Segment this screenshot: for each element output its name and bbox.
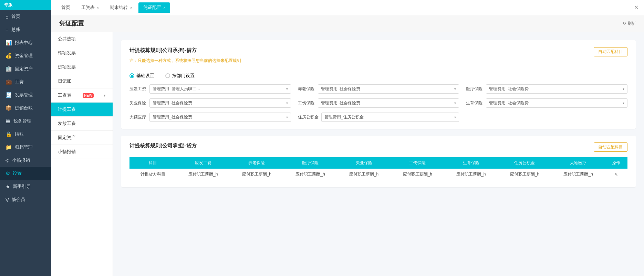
close-main-button[interactable]: ✕ [634,4,638,11]
xiaochang-icon: © [6,158,9,163]
credit-section: 计提核算规则(公司承担)-贷方 自动匹配科目 科目 应发工资 养老保险 医疗保险… [121,136,636,187]
tab-voucher-config-close[interactable]: × [163,6,165,10]
cell-pension: 应付职工薪酬_h [230,169,284,180]
debit-form-grid: 应发工资 管理费用_管理人员职工薪酬 ▾ 养老保险 管理费用_社会保险费 ▾ [129,84,627,122]
cell-action[interactable]: ✎ [605,169,627,180]
credit-section-header: 计提核算规则(公司承担)-贷方 自动匹配科目 [129,142,627,153]
dropdown-arrow-pension: ▾ [454,87,456,91]
tab-period-close-close[interactable]: × [130,6,132,10]
cell-unemployment: 应付职工薪酬_h [337,169,391,180]
close-acc-icon: 🔒 [6,131,12,137]
cell-medical: 应付职工薪酬_h [283,169,337,180]
chevron-down-icon: ▾ [104,93,106,98]
col-salary: 应发工资 [176,157,230,169]
sidebar-item-funds[interactable]: 💰 资金管理 [0,49,51,62]
sidebar-item-guide[interactable]: ★ 新手引导 [0,180,51,193]
form-select-housing-fund-value: 管理费用_住房公积金 [324,114,364,120]
sidebar-item-xiaochang[interactable]: © 小畅报销 [0,154,51,167]
form-select-medical-value: 管理费用_社会保险费 [489,86,529,92]
sidebar-item-ledger[interactable]: ≡ 总账 [0,23,51,36]
settings-icon: ⚙ [6,170,10,177]
refresh-button[interactable]: ↻ 刷新 [623,21,636,26]
left-nav-sales-invoice-label: 销项发票 [58,50,76,56]
form-select-unemployment[interactable]: 管理费用_社会保险费 ▾ [149,98,291,108]
tab-period-close[interactable]: 期末结转 × [105,2,137,13]
sidebar-item-label: 资金管理 [15,53,33,59]
cell-subject: 计提贷方科目 [129,169,176,180]
sidebar-item-reports[interactable]: 📊 报表中心 [0,36,51,49]
sidebar-item-home[interactable]: ⌂ 首页 [0,10,51,23]
credit-table: 科目 应发工资 养老保险 医疗保险 失业保险 工伤保险 生育保险 住房公积金 大… [129,157,627,180]
form-row-salary: 应发工资 管理费用_管理人员职工薪酬 ▾ [129,84,291,94]
new-badge: NEW [83,93,93,98]
sidebar-item-archive[interactable]: 📁 归档管理 [0,141,51,154]
tab-payroll[interactable]: 工资表 × [76,2,104,13]
tab-period-close-label: 期末结转 [110,4,128,11]
cell-work-injury: 应付职工薪酬_h [391,169,444,180]
form-select-pension[interactable]: 管理费用_社会保险费 ▾ [318,84,459,94]
dropdown-arrow-housing-fund: ▾ [454,115,456,119]
tab-voucher-config[interactable]: 凭证配置 × [138,2,170,13]
left-nav-purchase-invoice[interactable]: 进项发票 [51,60,113,74]
radio-dept[interactable]: 按部门设置 [165,73,195,79]
form-row-maternity: 生育保险 管理费用_社会保险费 ▾ [466,98,627,108]
cell-housing-fund: 应付职工薪酬_h [498,169,552,180]
tab-payroll-close[interactable]: × [97,6,99,10]
debit-section: 计提核算规则(公司承担)-借方 注：只能选择一种方式，系统将按照您当前的选择来配… [121,40,636,129]
left-nav-pay-salary-label: 发放工资 [58,120,76,127]
left-nav-expense-report[interactable]: 小畅报销 [51,145,113,159]
left-nav-sales-invoice[interactable]: 销项发票 [51,46,113,60]
left-nav-payroll-table[interactable]: 工资表 NEW ▾ [51,88,113,103]
dropdown-arrow-work-injury: ▾ [454,101,456,105]
radio-basic[interactable]: 基础设置 [129,73,154,79]
form-label-pension: 养老保险 [298,86,315,92]
form-row-housing-fund: 住房公积金 管理费用_住房公积金 ▾ [298,113,459,122]
debit-section-header: 计提核算规则(公司承担)-借方 注：只能选择一种方式，系统将按照您当前的选择来配… [129,47,627,68]
form-select-work-injury[interactable]: 管理费用_社会保险费 ▾ [318,98,459,108]
sidebar-item-member[interactable]: V 畅会员 [0,193,51,206]
form-select-major-medical[interactable]: 管理费用_社会保险费 ▾ [149,113,291,122]
credit-auto-match-button[interactable]: 自动匹配科目 [594,142,627,152]
sidebar-item-label: 小畅报销 [12,157,30,163]
edit-icon[interactable]: ✎ [614,172,618,177]
sidebar-item-label: 结账 [15,131,24,137]
sidebar-item-settings[interactable]: ⚙ 设置 [0,167,51,180]
col-unemployment: 失业保险 [337,157,391,169]
form-row-work-injury: 工伤保险 管理费用_社会保险费 ▾ [298,98,459,108]
sidebar-item-invoice[interactable]: 🧾 发票管理 [0,88,51,102]
form-select-maternity[interactable]: 管理费用_社会保险费 ▾ [486,98,627,108]
form-row-major-medical: 大额医疗 管理费用_社会保险费 ▾ [129,113,291,122]
left-nav-journal[interactable]: 日记账 [51,74,113,88]
cell-major-medical: 应付职工薪酬_h [551,169,605,180]
form-select-medical[interactable]: 管理费用_社会保险费 ▾ [486,84,627,94]
left-nav-purchase-invoice-label: 进项发票 [58,64,76,70]
form-label-unemployment: 失业保险 [129,100,147,106]
left-nav-public[interactable]: 公共选项 [51,32,113,46]
sidebar-item-salary[interactable]: 💼 工资 [0,75,51,88]
sidebar-item-assets[interactable]: 🏢 固定资产 [0,62,51,75]
col-pension: 养老保险 [230,157,284,169]
col-work-injury: 工伤保险 [391,157,444,169]
col-major-medical: 大额医疗 [551,157,605,169]
debit-section-titles: 计提核算规则(公司承担)-借方 注：只能选择一种方式，系统将按照您当前的选择来配… [129,47,241,68]
archive-icon: 📁 [6,144,12,150]
form-label-medical: 医疗保险 [466,86,483,92]
form-select-salary[interactable]: 管理费用_管理人员职工薪酬 ▾ [149,84,291,94]
cell-maternity: 应付职工薪酬_h [444,169,498,180]
invoice-icon: 🧾 [6,92,12,98]
sidebar-item-close[interactable]: 🔒 结账 [0,128,51,141]
form-select-housing-fund[interactable]: 管理费用_住房公积金 ▾ [321,113,459,122]
tab-home[interactable]: 首页 [56,2,75,13]
debit-radio-group: 基础设置 按部门设置 [129,73,627,79]
main-content: 计提核算规则(公司承担)-借方 注：只能选择一种方式，系统将按照您当前的选择来配… [113,32,644,276]
sidebar-item-tax[interactable]: 🏛 税务管理 [0,115,51,128]
left-nav-calc-salary[interactable]: 计提工资 [51,103,113,117]
sidebar-item-stock[interactable]: 📦 进销台账 [0,102,51,115]
member-icon: V [6,197,9,203]
left-nav-fixed-assets[interactable]: 固定资产 [51,131,113,145]
tab-payroll-label: 工资表 [81,4,95,11]
col-action: 操作 [605,157,627,169]
left-nav-pay-salary[interactable]: 发放工资 [51,117,113,131]
debit-auto-match-button[interactable]: 自动匹配科目 [594,47,627,56]
cell-salary: 应付职工薪酬_h [176,169,230,180]
